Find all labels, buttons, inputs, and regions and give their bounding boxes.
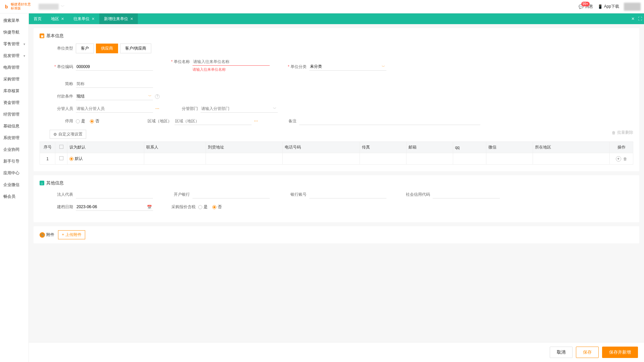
tab-3[interactable]: 新增往来单位✕	[99, 13, 138, 24]
cancel-button[interactable]: 取消	[550, 347, 573, 358]
tax-no-radio[interactable]: 否	[212, 204, 222, 210]
short-name-input[interactable]	[76, 80, 153, 88]
credit-code-input[interactable]	[433, 191, 500, 198]
tab-0[interactable]: 首页	[29, 13, 46, 24]
save-and-new-button[interactable]: 保存并新增	[602, 347, 638, 358]
created-date-input[interactable]	[76, 203, 153, 211]
close-icon[interactable]: ✕	[92, 17, 95, 21]
sidebar-item-4[interactable]: 电商管理	[0, 62, 29, 73]
panel-attachments: 📎 附件 + 上传附件	[34, 226, 639, 243]
tax-radio-group: 是 否	[198, 204, 222, 210]
sidebar-item-9[interactable]: 基础信息	[0, 120, 29, 132]
help-icon[interactable]: ?	[155, 94, 160, 99]
bank-input[interactable]	[193, 191, 270, 198]
sidebar-item-0[interactable]: 搜索菜单	[0, 15, 29, 26]
download-label: App下载	[604, 4, 619, 9]
tab-2[interactable]: 往来单位✕	[69, 13, 99, 24]
messages-button[interactable]: 💬 99+ 消息	[579, 4, 593, 9]
label-unit-type: 单位类型	[50, 46, 73, 51]
chevron-down-icon: ﹀	[273, 106, 276, 111]
chevron-down-icon: ﹀	[382, 64, 385, 69]
brand-name: 畅捷通好生意	[11, 2, 31, 6]
label-legal: 法人代表	[50, 192, 73, 197]
disabled-radio-group: 是 否	[76, 118, 99, 124]
company-name-blurred	[39, 4, 59, 10]
unit-type-option-1[interactable]: 供应商	[96, 44, 118, 53]
sidebar-item-2[interactable]: 零售管理▾	[0, 38, 29, 50]
pay-term-select[interactable]	[76, 93, 153, 100]
sidebar-item-7[interactable]: 资金管理	[0, 97, 29, 109]
save-button[interactable]: 保存	[576, 347, 599, 358]
table-row: 1默认+🗑	[40, 153, 633, 165]
panel-other-info: ⌂ 其他信息 法人代表 开户银行 银行账号 社会信用代码 建档日期 📅	[34, 175, 639, 222]
label-owner: 分管人员	[50, 106, 73, 112]
sidebar-item-11[interactable]: 企业协同	[0, 144, 29, 156]
default-radio[interactable]: 默认	[69, 156, 83, 162]
add-row-icon[interactable]: +	[616, 156, 621, 162]
remark-input[interactable]	[299, 117, 480, 125]
chevron-down-icon: ﹀	[148, 94, 152, 99]
bank-account-input[interactable]	[309, 191, 386, 198]
sidebar-item-1[interactable]: 快捷导航	[0, 26, 29, 38]
app-download-button[interactable]: 📱 App下载	[598, 4, 619, 9]
dept-select[interactable]	[201, 105, 278, 113]
panel-basic-info: ▣ 基本信息 单位类型 客户供应商客户/供应商 单位编码	[34, 28, 639, 171]
select-all-checkbox[interactable]	[59, 145, 63, 149]
tax-yes-radio[interactable]: 是	[198, 204, 208, 210]
content-area: ▣ 基本信息 单位类型 客户供应商客户/供应商 单位编码	[29, 24, 644, 342]
col-header-11: 操作	[610, 142, 633, 153]
label-tax-incl: 采购报价含税	[165, 204, 196, 210]
disabled-no-radio[interactable]: 否	[90, 118, 99, 124]
tab-1[interactable]: 地区✕	[46, 13, 69, 24]
close-icon[interactable]: ✕	[61, 17, 64, 21]
sidebar-item-3[interactable]: 批发管理▾	[0, 50, 29, 62]
unit-type-option-0[interactable]: 客户	[76, 44, 94, 53]
region-input[interactable]	[174, 117, 252, 125]
more-icon[interactable]: ⋯	[154, 106, 161, 111]
calendar-icon[interactable]: 📅	[147, 205, 152, 209]
row-checkbox[interactable]	[59, 156, 63, 160]
attach-label: 📎 附件	[40, 232, 54, 238]
disabled-yes-radio[interactable]: 是	[76, 118, 85, 124]
fullscreen-icon[interactable]: ⛶	[638, 16, 642, 21]
unit-name-input[interactable]	[193, 58, 270, 66]
tabs-close-all-icon[interactable]: ✕	[631, 16, 635, 21]
col-header-8: qq	[453, 142, 486, 153]
sidebar-item-8[interactable]: 经营管理	[0, 109, 29, 120]
topbar: b 畅捷通好生意 标准版 ﹀ 💬 99+ 消息 📱 App下载	[0, 0, 644, 13]
unit-category-select[interactable]	[309, 63, 386, 71]
sidebar-item-6[interactable]: 库存核算	[0, 85, 29, 97]
custom-fields-button[interactable]: ⚙ 自定义项设置	[50, 130, 86, 139]
sidebar-item-15[interactable]: 畅会员	[0, 191, 29, 202]
label-unit-name: 单位名称	[166, 59, 190, 65]
more-icon[interactable]: ⋯	[253, 119, 260, 123]
phone-icon: 📱	[598, 4, 603, 9]
delete-row-icon[interactable]: 🗑	[623, 157, 627, 161]
label-created: 建档日期	[50, 204, 73, 210]
brand-logo: b 畅捷通好生意 标准版	[3, 2, 32, 11]
batch-delete-button[interactable]: 🗑 批量删除	[612, 130, 633, 135]
label-short-name: 简称	[50, 81, 73, 87]
sidebar-item-13[interactable]: 应用中心	[0, 167, 29, 179]
sidebar-item-5[interactable]: 采购管理	[0, 73, 29, 85]
legal-input[interactable]	[76, 191, 153, 198]
user-avatar[interactable]	[624, 3, 641, 11]
label-region: 区域（地区）	[142, 118, 172, 124]
unit-code-input[interactable]	[76, 63, 153, 71]
caret-down-icon: ▾	[23, 42, 25, 46]
company-selector[interactable]: ﹀	[39, 4, 65, 10]
owner-input[interactable]	[76, 105, 153, 113]
close-icon[interactable]: ✕	[130, 17, 133, 21]
unit-type-option-2[interactable]: 客户/供应商	[120, 44, 151, 53]
label-unit-category: 单位分类	[283, 64, 307, 70]
form-footer: 取消 保存 保存并新增	[29, 342, 644, 362]
caret-down-icon: ▾	[23, 54, 25, 58]
sidebar: 搜索菜单快捷导航零售管理▾批发管理▾电商管理采购管理库存核算资金管理经营管理基础…	[0, 13, 29, 362]
unit-name-error: 请输入往来单位名称	[193, 67, 226, 72]
sidebar-item-10[interactable]: 系统管理	[0, 132, 29, 144]
section-icon: ⌂	[40, 181, 44, 185]
label-unit-code: 单位编码	[50, 64, 73, 70]
sidebar-item-14[interactable]: 企业微信	[0, 179, 29, 191]
upload-attachment-button[interactable]: + 上传附件	[58, 230, 85, 239]
sidebar-item-12[interactable]: 新手引导	[0, 156, 29, 167]
